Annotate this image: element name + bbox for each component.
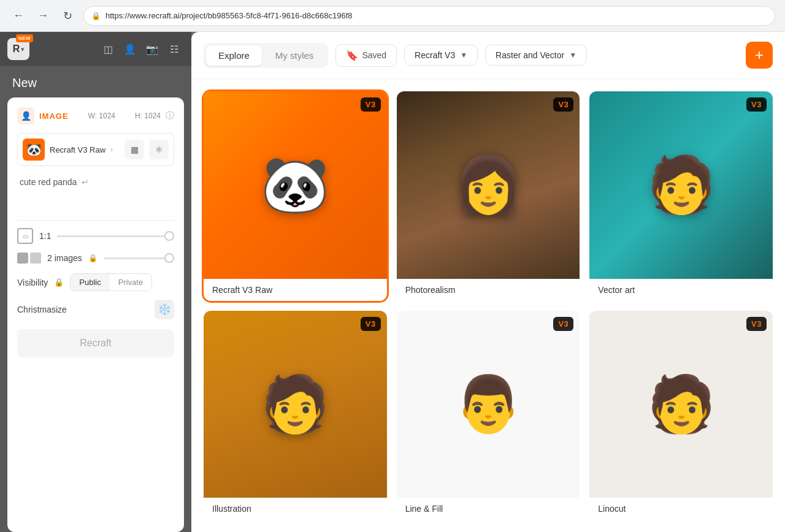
visibility-label: Visibility <box>17 278 48 287</box>
person-icon: 👤 <box>21 111 31 121</box>
image-thumbnails <box>17 253 41 264</box>
visibility-row: Visibility 🔒 Public Private <box>17 273 174 291</box>
reload-button[interactable]: ↻ <box>59 7 76 25</box>
back-button[interactable]: ← <box>10 7 27 25</box>
v3-badge-2: V3 <box>553 97 573 112</box>
style-icon: ⚛ <box>155 145 163 154</box>
christmasize-label: Christmasize <box>17 305 67 314</box>
gallery-item-illustration[interactable]: 🧑 V3 Illustration <box>204 311 387 520</box>
top-toolbar: R NEW ◫ 👤 📷 ☷ <box>0 32 191 66</box>
url-text: https://www.recraft.ai/project/bb985563-… <box>105 11 353 20</box>
images-slider-thumb[interactable] <box>164 253 174 263</box>
recraft-button[interactable]: Recraft <box>17 329 174 357</box>
gallery-item-vector-art[interactable]: 🧑 V3 Vector art <box>589 91 773 301</box>
add-button[interactable]: + <box>746 42 773 69</box>
panda-emoji: 🐼 <box>261 153 329 217</box>
new-badge: NEW <box>16 34 33 42</box>
christmasize-toggle[interactable]: ❄️ <box>155 300 174 319</box>
thumb-1 <box>17 253 28 264</box>
image-upload-button[interactable]: 📷 <box>142 39 162 59</box>
images-count-label: 2 images <box>47 253 82 263</box>
divider-1 <box>17 220 174 221</box>
gallery: 🐼 V3 Recraft V3 Raw 👩 V3 Photorealism <box>191 79 785 532</box>
gallery-item-linocut[interactable]: 🧑 V3 Linocut <box>589 311 773 520</box>
model-controls: ▦ ⚛ <box>124 140 169 159</box>
tab-explore[interactable]: Explore <box>206 45 262 66</box>
linefill-emoji: 👨 <box>454 372 523 436</box>
image-type-row: 👤 IMAGE W: 1024 H: 1024 ⓘ <box>17 107 174 124</box>
ratio-icon: ▭ <box>17 228 33 244</box>
browser-chrome: ← → ↻ 🔒 https://www.recraft.ai/project/b… <box>0 0 785 32</box>
main-header: Explore My styles 🔖 Saved Recraft V3 ▼ R… <box>191 32 785 79</box>
model-dropdown-chevron: ▼ <box>460 51 467 59</box>
v3-badge-4: V3 <box>361 317 381 331</box>
gallery-item-recraft-v3-raw[interactable]: 🐼 V3 Recraft V3 Raw <box>204 91 387 301</box>
controls-panel: 👤 IMAGE W: 1024 H: 1024 ⓘ 🐼 Recraft V3 R… <box>7 97 184 532</box>
model-dropdown-button[interactable]: Recraft V3 ▼ <box>404 45 478 66</box>
forward-button[interactable]: → <box>34 7 52 25</box>
gallery-label-3: Vector art <box>589 279 773 301</box>
prompt-text: cute red panda <box>20 177 77 187</box>
gallery-label-1: Recraft V3 Raw <box>204 279 387 301</box>
slider-track <box>57 235 174 237</box>
illustration-emoji: 🧑 <box>261 372 329 436</box>
width-label: W: 1024 <box>88 112 115 120</box>
private-toggle-btn[interactable]: Private <box>110 274 151 291</box>
user-icon-button[interactable]: 👤 <box>120 39 140 59</box>
images-slider[interactable] <box>104 257 174 259</box>
ratio-slider[interactable] <box>57 235 174 237</box>
images-count-row: 2 images 🔒 <box>17 253 174 264</box>
gallery-img-vector: 🧑 V3 <box>589 91 773 279</box>
gallery-item-photorealism[interactable]: 👩 V3 Photorealism <box>397 91 580 301</box>
sliders-button[interactable]: ▦ <box>124 140 144 159</box>
bookmark-icon: 🔖 <box>346 50 358 61</box>
photo-emoji: 👩 <box>454 153 523 217</box>
gallery-label-6: Linocut <box>589 498 773 520</box>
slider-thumb[interactable] <box>164 231 174 241</box>
prompt-area[interactable]: cute red panda ↵ <box>17 175 174 211</box>
saved-button[interactable]: 🔖 Saved <box>335 44 397 67</box>
gallery-img-illustration: 🧑 V3 <box>204 311 387 498</box>
enter-icon: ↵ <box>82 177 89 187</box>
type-dropdown-chevron: ▼ <box>569 51 576 59</box>
ratio-label: 1:1 <box>39 231 51 241</box>
tab-my-styles[interactable]: My styles <box>263 45 326 66</box>
new-label: New <box>0 66 191 97</box>
gallery-label-2: Photorealism <box>397 279 580 301</box>
filter-icon-button[interactable]: ◫ <box>98 39 118 59</box>
height-label: H: 1024 <box>135 112 161 120</box>
saved-label: Saved <box>362 50 386 60</box>
info-icon[interactable]: ⓘ <box>166 110 174 121</box>
style-button[interactable]: ⚛ <box>149 140 169 159</box>
upload-icon: 📷 <box>146 44 158 55</box>
model-row[interactable]: 🐼 Recraft V3 Raw › ▦ ⚛ <box>17 133 174 166</box>
gallery-img-panda: 🐼 V3 <box>204 91 387 279</box>
gallery-label-5: Line & Fill <box>397 498 580 520</box>
chevron-right-icon: › <box>110 145 113 154</box>
v3-badge-6: V3 <box>746 317 767 331</box>
type-dropdown-label: Raster and Vector <box>496 50 564 60</box>
type-dropdown-button[interactable]: Raster and Vector ▼ <box>485 45 587 66</box>
gallery-img-linefill: 👨 V3 <box>397 311 580 498</box>
lock-icon: 🔒 <box>91 12 101 20</box>
v3-badge-5: V3 <box>553 317 573 331</box>
left-panel: R NEW ◫ 👤 📷 ☷ New <box>0 32 191 532</box>
thumb-2 <box>30 253 41 264</box>
christmasize-row: Christmasize ❄️ <box>17 300 174 319</box>
address-bar[interactable]: 🔒 https://www.recraft.ai/project/bb98556… <box>83 6 775 26</box>
ratio-row: ▭ 1:1 <box>17 228 174 244</box>
image-type-label: IMAGE <box>39 112 69 121</box>
model-name-label: Recraft V3 Raw <box>50 145 105 154</box>
v3-badge-3: V3 <box>746 97 767 112</box>
main-content: Explore My styles 🔖 Saved Recraft V3 ▼ R… <box>191 32 785 532</box>
main-tabs: Explore My styles <box>204 43 328 68</box>
grid-button[interactable]: ☷ <box>164 39 184 59</box>
visibility-lock-icon: 🔒 <box>54 278 64 287</box>
sliders-icon: ▦ <box>131 145 139 154</box>
visibility-toggle: Public Private <box>70 273 152 291</box>
logo-button[interactable]: R NEW <box>7 38 29 60</box>
public-toggle-btn[interactable]: Public <box>71 274 109 291</box>
gallery-item-line-fill[interactable]: 👨 V3 Line & Fill <box>397 311 580 520</box>
logo-text: R <box>13 44 20 55</box>
user-icon: 👤 <box>124 44 136 55</box>
